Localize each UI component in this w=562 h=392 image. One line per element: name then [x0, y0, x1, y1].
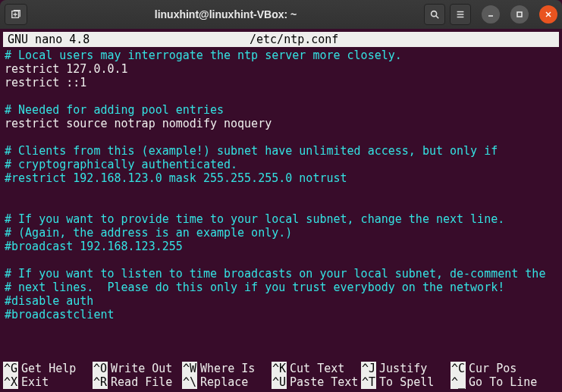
editor-line: # Needed for adding pool entries [5, 103, 557, 117]
shortcut-item: ^GGet Help [3, 362, 93, 375]
nano-file-path: /etc/ntp.conf [29, 32, 559, 47]
editor-line: # If you want to provide time to your lo… [5, 212, 557, 226]
shortcut-key: ^K [272, 362, 287, 375]
shortcut-key: ^R [93, 375, 108, 389]
shortcut-label: Get Help [18, 362, 76, 375]
shortcut-label: Read File [108, 375, 172, 389]
editor-line [5, 199, 557, 212]
shortcut-item: ^XExit [3, 375, 93, 389]
shortcut-item: ^TTo Spell [361, 375, 451, 389]
shortcut-label: To Spell [376, 375, 434, 389]
editor-line [5, 130, 557, 144]
svg-point-1 [432, 11, 437, 17]
editor-line: #restrict 192.168.123.0 mask 255.255.255… [5, 171, 557, 185]
shortcut-item: ^OWrite Out [93, 362, 182, 375]
shortcut-key: ^_ [451, 375, 466, 389]
shortcut-label: Paste Text [287, 375, 358, 389]
search-button[interactable] [424, 4, 445, 25]
editor-line: # Clients from this (example!) subnet ha… [5, 144, 557, 158]
editor-line: # next lines. Please do this only if you… [5, 281, 557, 294]
editor-line: # Local users may interrogate the ntp se… [5, 49, 557, 62]
editor-line: #broadcast 192.168.123.255 [5, 240, 557, 253]
window-title: linuxhint@linuxhint-VBox: ~ [27, 8, 424, 20]
shortcut-label: Justify [376, 362, 427, 375]
shortcut-label: Cut Text [287, 362, 344, 375]
shortcut-label: Cur Pos [466, 362, 516, 375]
editor-line: #broadcastclient [5, 308, 557, 321]
shortcut-key: ^G [3, 362, 18, 375]
nano-shortcut-bar: ^GGet Help^OWrite Out^WWhere Is^KCut Tex… [3, 362, 559, 389]
shortcut-item: ^RRead File [93, 375, 182, 389]
maximize-button[interactable] [510, 5, 529, 24]
shortcut-label: Replace [197, 375, 248, 389]
new-tab-button[interactable] [5, 4, 27, 25]
shortcut-item: ^\Replace [182, 375, 272, 389]
shortcut-item: ^JJustify [361, 362, 451, 375]
editor-line [5, 89, 557, 103]
shortcut-label: Where Is [197, 362, 255, 375]
shortcut-item: ^KCut Text [272, 362, 361, 375]
minimize-button[interactable] [482, 5, 500, 24]
svg-rect-2 [517, 12, 522, 17]
shortcut-label: Exit [18, 375, 49, 389]
editor-line: # cryptographically authenticated. [5, 158, 557, 171]
shortcut-key: ^C [451, 362, 466, 375]
editor-line: # If you want to listen to time broadcas… [5, 267, 557, 281]
window-titlebar: linuxhint@linuxhint-VBox: ~ [0, 0, 562, 29]
shortcut-label: Write Out [108, 362, 172, 375]
editor-line: restrict source notrap nomodify noquery [5, 117, 557, 130]
shortcut-label: Go To Line [466, 375, 537, 389]
shortcut-key: ^O [93, 362, 108, 375]
editor-line [5, 185, 557, 199]
shortcut-key: ^T [361, 375, 376, 389]
editor-line [5, 253, 557, 267]
shortcut-key: ^J [361, 362, 376, 375]
shortcut-key: ^\ [182, 375, 197, 389]
shortcut-item: ^UPaste Text [272, 375, 361, 389]
shortcut-key: ^X [3, 375, 18, 389]
shortcut-key: ^U [272, 375, 287, 389]
shortcut-item: ^_Go To Line [451, 375, 540, 389]
shortcut-key: ^W [182, 362, 197, 375]
nano-header-bar: GNU nano 4.8 /etc/ntp.conf [3, 32, 559, 47]
editor-line: #disable auth [5, 294, 557, 308]
editor-line: # (Again, the address is an example only… [5, 226, 557, 240]
shortcut-item: ^WWhere Is [182, 362, 272, 375]
editor-line: restrict ::1 [5, 76, 557, 89]
close-button[interactable] [539, 5, 557, 24]
shortcut-item: ^CCur Pos [451, 362, 540, 375]
menu-button[interactable] [450, 4, 471, 25]
editor-line: restrict 127.0.0.1 [5, 62, 557, 76]
editor-content[interactable]: # Local users may interrogate the ntp se… [0, 47, 562, 321]
